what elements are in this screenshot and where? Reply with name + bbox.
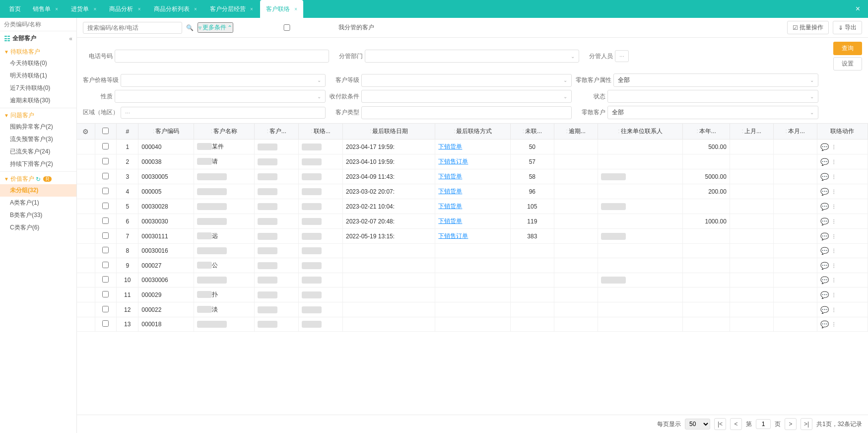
contact-icon[interactable]: 💬 — [820, 291, 829, 299]
last-way-link[interactable]: 下销售订单 — [438, 232, 468, 239]
row-checkbox[interactable] — [102, 276, 109, 283]
next-page-btn[interactable]: > — [785, 418, 797, 430]
nav-tab-customer-contact[interactable]: 客户联络 × — [260, 0, 303, 18]
contact-icon[interactable]: 💬 — [820, 158, 829, 166]
last-way-link[interactable]: 下销货单 — [438, 217, 462, 224]
contact-icon[interactable]: 💬 — [820, 217, 829, 225]
row-checkbox[interactable] — [102, 203, 109, 209]
nav-tab-analysis-list[interactable]: 商品分析列表 × — [148, 0, 203, 18]
more-icon[interactable]: ⁝ — [833, 247, 835, 255]
last-way-link[interactable]: 下销货单 — [438, 173, 462, 180]
payment-select[interactable]: ⌄ — [361, 90, 572, 103]
row-checkbox[interactable] — [102, 158, 109, 164]
contact-icon[interactable]: 💬 — [820, 232, 829, 240]
scattered-attr-select[interactable]: 全部 ⌄ — [613, 73, 818, 87]
refresh-icon[interactable]: ↻ — [36, 176, 41, 183]
contact-icon[interactable]: 💬 — [820, 306, 829, 314]
sidebar-item-today[interactable]: 今天待联络(0) — [0, 57, 76, 70]
dept-select[interactable]: ⌄ — [365, 50, 579, 63]
section-pending-contact[interactable]: ▼ 待联络客户 — [0, 46, 76, 57]
area-dots-btn[interactable]: ··· — [121, 107, 326, 119]
sidebar-item-class-a[interactable]: A类客户(1) — [0, 197, 76, 209]
my-customers-checkbox-label[interactable]: 我分管的客户 — [237, 23, 374, 32]
row-checkbox[interactable] — [102, 173, 109, 179]
contact-icon[interactable]: 💬 — [820, 320, 829, 328]
status-select[interactable]: ⌄ — [607, 90, 818, 103]
sidebar-item-churn-warn[interactable]: 流失预警客户(3) — [0, 133, 76, 145]
sidebar-search-input[interactable] — [4, 21, 77, 28]
more-icon[interactable]: ⁝ — [833, 173, 835, 181]
row-checkbox[interactable] — [102, 217, 109, 224]
contact-icon[interactable]: 💬 — [820, 203, 829, 211]
more-icon[interactable]: ⁝ — [833, 320, 835, 328]
sidebar-item-overdue[interactable]: 逾期未联络(30) — [0, 94, 76, 107]
collapse-icon[interactable]: « — [69, 35, 72, 42]
nav-tab-customer-seg[interactable]: 客户分层经营 × — [204, 0, 259, 18]
query-button[interactable]: 查询 — [833, 42, 862, 55]
more-icon[interactable]: ⁝ — [833, 143, 835, 151]
last-page-btn[interactable]: >| — [801, 418, 812, 430]
row-checkbox[interactable] — [102, 320, 109, 327]
contact-icon[interactable]: 💬 — [820, 143, 829, 151]
more-icon[interactable]: ⁝ — [833, 276, 835, 284]
sidebar-item-class-c[interactable]: C类客户(6) — [0, 221, 76, 234]
more-icon[interactable]: ⁝ — [833, 306, 835, 314]
more-icon[interactable]: ⁝ — [833, 232, 835, 240]
row-checkbox[interactable] — [102, 291, 109, 297]
more-icon[interactable]: ⁝ — [833, 262, 835, 270]
sidebar-item-churned[interactable]: 已流失客户(24) — [0, 145, 76, 158]
section-value-customers[interactable]: ▼ 价值客户 ↻ R — [0, 173, 76, 184]
select-all-checkbox[interactable] — [102, 128, 109, 134]
page-size-select[interactable]: 50 100 200 — [685, 419, 710, 430]
row-checkbox[interactable] — [102, 262, 109, 268]
phone-input[interactable] — [115, 50, 329, 63]
row-checkbox[interactable] — [102, 143, 109, 149]
last-way-link[interactable]: 下销货单 — [438, 143, 462, 150]
all-customers-header[interactable]: ☷ 全部客户 « — [0, 31, 76, 46]
close-customer-contact-icon[interactable]: × — [294, 6, 297, 12]
customer-type-input[interactable] — [361, 106, 572, 119]
row-checkbox[interactable] — [102, 188, 109, 194]
more-icon[interactable]: ⁝ — [833, 158, 835, 166]
sidebar-item-7days[interactable]: 近7天待联络(0) — [0, 82, 76, 94]
close-sales-icon[interactable]: × — [55, 6, 58, 12]
close-purchase-icon[interactable]: × — [94, 6, 97, 12]
more-icon[interactable]: ⁝ — [833, 291, 835, 299]
more-icon[interactable]: ⁝ — [833, 188, 835, 196]
price-level-select[interactable]: ⌄ — [121, 74, 326, 87]
batch-op-button[interactable]: ☑ 批量操作 — [787, 21, 829, 34]
sidebar-item-ungroup[interactable]: 未分组(32) — [0, 184, 76, 197]
close-analysis-list-icon[interactable]: × — [194, 6, 197, 12]
my-customers-checkbox[interactable] — [237, 24, 336, 31]
contact-icon[interactable]: 💬 — [820, 188, 829, 196]
last-way-link[interactable]: 下销货单 — [438, 188, 462, 195]
more-icon[interactable]: ⁝ — [833, 217, 835, 225]
last-way-link[interactable]: 下销货单 — [438, 203, 462, 210]
page-input[interactable] — [756, 419, 771, 429]
section-problem-customers[interactable]: ▼ 问题客户 — [0, 109, 76, 121]
global-close-icon[interactable]: × — [852, 4, 864, 13]
close-customer-seg-icon[interactable]: × — [250, 6, 253, 12]
sidebar-item-declining[interactable]: 持续下滑客户(2) — [0, 158, 76, 170]
row-checkbox[interactable] — [102, 306, 109, 312]
filter-search-icon[interactable]: 🔍 — [186, 24, 194, 31]
nav-tab-purchase[interactable]: 进货单 × — [65, 0, 102, 18]
reset-button[interactable]: 设置 — [833, 57, 862, 71]
more-conditions-btn[interactable]: ▿ 更多条件 ⌃ — [198, 22, 233, 33]
sidebar-item-tomorrow[interactable]: 明天待联络(1) — [0, 70, 76, 82]
scattered-customer-select[interactable]: 全部 ⌄ — [607, 106, 818, 119]
contact-icon[interactable]: 💬 — [820, 173, 829, 181]
close-analysis-icon[interactable]: × — [138, 6, 141, 12]
manager-dots-btn[interactable]: ··· — [615, 50, 629, 62]
export-button[interactable]: ⇓ 导出 — [833, 21, 862, 34]
nav-home[interactable]: 首页 — [4, 0, 26, 18]
row-checkbox[interactable] — [102, 247, 109, 253]
contact-icon[interactable]: 💬 — [820, 276, 829, 284]
more-icon[interactable]: ⁝ — [833, 203, 835, 211]
sidebar-item-abnormal[interactable]: 囤购异常客户(2) — [0, 121, 76, 133]
search-input[interactable] — [83, 22, 182, 34]
last-way-link[interactable]: 下销售订单 — [438, 158, 468, 165]
first-page-btn[interactable]: |< — [714, 418, 726, 430]
sidebar-item-class-b[interactable]: B类客户(33) — [0, 209, 76, 221]
nav-tab-analysis[interactable]: 商品分析 × — [103, 0, 146, 18]
